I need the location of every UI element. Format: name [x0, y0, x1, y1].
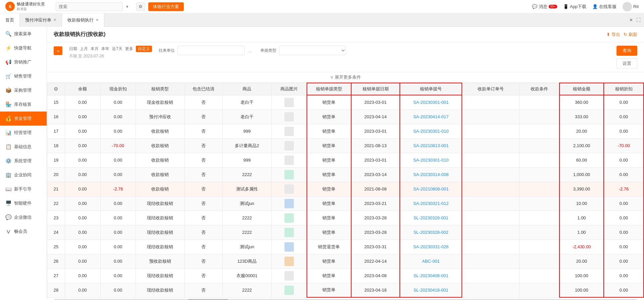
cell-receipt-condition: [520, 268, 559, 283]
cell-goods-image: [271, 124, 307, 138]
cell-include-cleared: 否: [184, 95, 223, 110]
messages-icon-item[interactable]: 💬 消息 99+: [532, 4, 557, 10]
cell-writeoff-type: 预收款核销: [136, 254, 184, 268]
sidebar-label-member: 畅会员: [14, 228, 27, 234]
cell-writeoff-type: 收款核销: [136, 124, 184, 138]
partner-ellipsis[interactable]: ...: [247, 48, 254, 53]
doc-no-link[interactable]: SA-20230331-026: [413, 244, 449, 249]
cell-writeoff-doc-no: SA-20230301-010: [400, 124, 462, 138]
partner-input[interactable]: [177, 46, 245, 55]
query-button[interactable]: 查询: [616, 46, 637, 56]
col-writeoff-doc-type: 核销单据类型: [307, 83, 351, 95]
cell-receipt-order-no: [462, 138, 520, 153]
table-row: 22 0.00 0.00 现结收款核销 否 测试jun 销货单 2023-03-…: [47, 196, 644, 211]
cell-receipt-order-no: [462, 110, 520, 124]
online-service-item[interactable]: 👤 在线客服: [592, 4, 616, 10]
expand-filter-button[interactable]: »: [54, 46, 62, 55]
sidebar-item-member[interactable]: V畅会员: [0, 224, 47, 239]
sidebar-item-enterprise[interactable]: 🏢企业协同: [0, 168, 47, 182]
doc-no-link[interactable]: SA-20210808-001: [413, 186, 449, 191]
doc-no-link[interactable]: SL-20230328-002: [414, 230, 448, 235]
doc-type-select[interactable]: [279, 46, 346, 55]
sidebar-item-guide[interactable]: 📖新手引导: [0, 182, 47, 196]
tab-collection-close[interactable]: ✕: [96, 18, 99, 22]
table-container: ⚙ 余额 现金折扣 核销类型 包含已结清 商品 商品图片 核销单据类型 核销单据…: [47, 83, 644, 300]
cell-writeoff-amount: 20.00: [559, 124, 604, 138]
tab-prepay-close[interactable]: ✕: [53, 18, 56, 22]
date-this-month[interactable]: 本月: [91, 46, 99, 52]
purchase-icon: 📦: [5, 87, 11, 93]
doc-no-link[interactable]: SL-20230328-001: [414, 215, 448, 220]
sidebar-item-purchase[interactable]: 📦采购管理: [0, 83, 47, 97]
sidebar-item-search[interactable]: 🔍搜索菜单: [0, 27, 47, 41]
cell-cash-discount: 0.00: [100, 124, 136, 138]
doc-no-link[interactable]: SA-20230314-008: [413, 172, 449, 177]
tab-collection[interactable]: 收款核销执行 ✕: [62, 13, 104, 27]
gear-icon[interactable]: ⚙: [136, 2, 145, 11]
doc-no-link[interactable]: SA-20230321-012: [413, 201, 449, 206]
date-this-year[interactable]: 本年: [101, 46, 109, 52]
doc-no-link[interactable]: SA-20230414-017: [413, 114, 449, 119]
tab-prepay[interactable]: 预付冲应付单 ✕: [20, 13, 62, 27]
date-7days[interactable]: 近7天: [112, 46, 122, 52]
message-icon: 💬: [532, 4, 537, 9]
sidebar-item-marketing[interactable]: 📢营销推广: [0, 55, 47, 69]
cell-goods: 123D商品: [223, 254, 271, 268]
table-row: 21 0.00 -2.76 收款核销 否 测试多属性 销货单 2021-08-0…: [47, 182, 644, 196]
data-table: ⚙ 余额 现金折扣 核销类型 包含已结清 商品 商品图片 核销单据类型 核销单据…: [47, 83, 644, 298]
search-input[interactable]: [56, 2, 123, 11]
refresh-button[interactable]: ↻ 刷新: [624, 32, 637, 38]
doc-no-link[interactable]: SA-20230301-010: [413, 129, 449, 134]
date-more[interactable]: 更多: [125, 46, 133, 52]
dropdown-icon[interactable]: ▾: [126, 3, 133, 10]
partner-filter-group: 往来单位 ...: [159, 46, 254, 55]
doc-no-link[interactable]: SA-20210813-001: [413, 143, 449, 148]
cell-writeoff-doc-date: 2023-04-14: [351, 110, 400, 124]
app-download-item[interactable]: 📱 App下载: [563, 4, 586, 10]
sidebar-item-system[interactable]: ⚙️系统管理: [0, 154, 47, 168]
cell-writeoff-doc-date: 2021-08-13: [351, 138, 400, 153]
doc-no-link[interactable]: SL-20230418-001: [414, 288, 448, 293]
cell-writeoff-doc-no: SA-20230314-008: [400, 167, 462, 182]
date-last-month[interactable]: 上月: [80, 46, 88, 52]
export-icon: ⬆: [606, 32, 610, 37]
cell-receipt-order-no: [462, 254, 520, 268]
expand-icon[interactable]: ⛶: [636, 17, 641, 23]
cell-writeoff-type: 现结收款核销: [136, 240, 184, 254]
doc-no-link[interactable]: SL-20230408-001: [414, 273, 448, 278]
doc-no-link[interactable]: SA-20230301-010: [413, 158, 449, 163]
sidebar-item-inventory[interactable]: 🏪库存核算: [0, 97, 47, 112]
doc-no-link[interactable]: SA-20230301-001: [413, 100, 449, 105]
sidebar-item-operation[interactable]: 📊经营管理: [0, 126, 47, 140]
sidebar-item-basic[interactable]: 📋基础信息: [0, 140, 47, 154]
table-settings-icon[interactable]: ⚙: [54, 86, 58, 92]
sidebar-label-hardware: 智能硬件: [14, 200, 32, 206]
close-window-icon[interactable]: ✕: [629, 17, 633, 23]
table-row: 17 0.00 0.00 收款核销 否 999 销货单 2023-03-01 S…: [47, 124, 644, 138]
cell-writeoff-discount: 0.00: [604, 153, 644, 167]
settings-button[interactable]: 设置: [616, 58, 637, 69]
cell-writeoff-type: 现结收款核销: [136, 283, 184, 297]
tab-home[interactable]: 首页: [0, 13, 20, 27]
cell-include-cleared: 否: [184, 167, 223, 182]
cell-row-no: 19: [47, 153, 65, 167]
doc-no-link[interactable]: ABC-001: [422, 259, 440, 264]
export-button[interactable]: ⬆ 导出: [606, 32, 620, 38]
cell-receipt-condition: [520, 124, 559, 138]
sidebar-item-quicknav[interactable]: ⚡快捷导航: [0, 41, 47, 55]
cell-writeoff-doc-type: 销货单: [307, 268, 351, 283]
sidebar-item-wechat[interactable]: 💬企业微信: [0, 210, 47, 224]
inventory-icon: 🏪: [5, 101, 11, 108]
more-conditions-toggle[interactable]: ∨ 展开更多条件: [47, 72, 644, 83]
date-custom[interactable]: 自定义: [136, 46, 152, 52]
cell-balance: 0.00: [65, 268, 100, 283]
col-writeoff-discount: 核销折扣: [604, 83, 644, 95]
cell-receipt-order-no: [462, 211, 520, 225]
solution-button[interactable]: 体验行业方案: [148, 2, 184, 11]
sidebar-item-hardware[interactable]: 🖥️智能硬件: [0, 196, 47, 210]
cell-writeoff-amount: 10.00: [559, 196, 604, 211]
user-area[interactable]: Rit: [623, 2, 639, 11]
sidebar-item-finance[interactable]: 💰资金管理: [0, 112, 47, 126]
sidebar-item-sales[interactable]: 🛒销售管理: [0, 69, 47, 83]
cell-include-cleared: 否: [184, 153, 223, 167]
